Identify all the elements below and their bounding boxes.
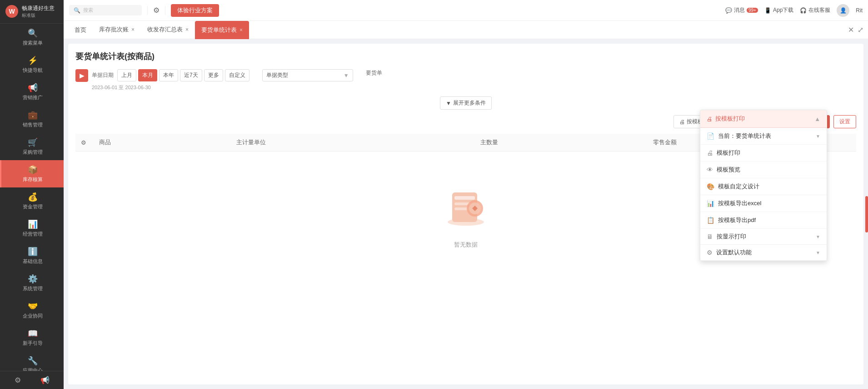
type-filter-group: 单据类型 ▼	[262, 69, 353, 81]
speaker-icon[interactable]: 📢	[40, 376, 50, 384]
table-col-unit: 主计量单位	[231, 134, 475, 152]
tab-order-stats-close[interactable]: ×	[239, 27, 243, 33]
filter-expand-btn[interactable]: ▶	[75, 69, 88, 82]
type-filter-chevron: ▼	[344, 72, 349, 79]
date-btn-current-month[interactable]: 本月	[138, 69, 157, 81]
sidebar-item-search[interactable]: 🔍 搜索菜单	[0, 24, 64, 51]
messages-item[interactable]: 💬 消息 99+	[725, 6, 758, 14]
tab-receipt-summary-label: 收发存汇总表	[147, 25, 183, 34]
date-btn-prev-month[interactable]: 上月	[117, 69, 136, 81]
sidebar-item-basicinfo[interactable]: ℹ️ 基础信息	[0, 242, 64, 269]
type-filter-select[interactable]: 单据类型 ▼	[262, 69, 353, 81]
date-btn-7days[interactable]: 近7天	[180, 69, 202, 81]
date-btn-custom[interactable]: 自定义	[225, 69, 249, 81]
sidebar: W 畅康通好生意 标准版 🔍 搜索菜单 ⚡ 快捷导航 📢 营销推广 💼 销售管理…	[0, 0, 64, 389]
appdownload-item[interactable]: 📱 App下载	[764, 6, 793, 14]
print-icon: 🖨	[679, 119, 685, 125]
dropdown-item-pdf[interactable]: 📋 按模板导出pdf	[700, 212, 827, 229]
tabbar: 首页 库存批次账 × 收发存汇总表 × 要货单统计表 × ✕ ⤢	[64, 21, 868, 39]
date-btn-current-year[interactable]: 本年	[159, 69, 178, 81]
dropdown-print-icon: 🖨	[707, 116, 713, 122]
sidebar-item-inventory[interactable]: 📦 库存核算	[0, 160, 64, 187]
tab-inventory-batch-close[interactable]: ×	[131, 26, 135, 33]
operation-icon: 📊	[28, 219, 38, 229]
dropdown-current-inner: 📄 当前：要货单统计表	[707, 132, 771, 140]
date-btn-more[interactable]: 更多	[204, 69, 223, 81]
template-pdf-icon: 📋	[707, 217, 714, 224]
tab-receipt-summary-close[interactable]: ×	[185, 26, 189, 33]
finance-icon: 💰	[28, 192, 38, 202]
trial-btn[interactable]: 体验行业方案	[171, 4, 219, 17]
sidebar-item-operation[interactable]: 📊 经营管理	[0, 215, 64, 242]
default-func-icon: ⚙	[707, 249, 713, 256]
page-content: 要货单统计表(按商品) ▶ 单据日期 上月 本月 本年 近7天 更多 自定义 2…	[64, 39, 868, 389]
topbar-divider2	[165, 6, 165, 15]
topbar-divider	[147, 6, 148, 15]
dropdown-item-excel[interactable]: 📊 按模板导出excel	[700, 195, 827, 212]
phone-icon: 📱	[764, 7, 771, 14]
sidebar-item-system[interactable]: ⚙️ 系统管理	[0, 269, 64, 297]
display-print-label: 按显示打印	[717, 232, 746, 241]
dropdown-current-template[interactable]: 📄 当前：要货单统计表 ▼	[700, 128, 827, 145]
dropdown-close-icon[interactable]: ▲	[814, 116, 820, 122]
sidebar-logo: W 畅康通好生意 标准版	[0, 0, 64, 24]
tab-order-stats-label: 要货单统计表	[201, 26, 237, 34]
tabbar-close-btn[interactable]: ✕	[848, 25, 854, 34]
date-filter-group: 单据日期 上月 本月 本年 近7天 更多 自定义 2023-06-01 至 20…	[92, 69, 249, 91]
sidebar-item-label-finance: 资金管理	[23, 203, 43, 210]
dropdown-item-print[interactable]: 🖨 模板打印	[700, 145, 827, 162]
logo-icon: W	[5, 5, 18, 18]
sidebar-item-label-system: 系统管理	[23, 285, 43, 292]
sidebar-item-finance[interactable]: 💰 资金管理	[0, 187, 64, 215]
tab-order-stats[interactable]: 要货单统计表 ×	[195, 21, 249, 39]
sidebar-item-label-appcenter: 应用中心	[23, 367, 43, 371]
sidebar-item-sales[interactable]: 💼 销售管理	[0, 106, 64, 133]
user-avatar[interactable]: 👤	[837, 4, 849, 17]
topbar: 🔍 搜索 ⚙ 体验行业方案 💬 消息 99+ 📱 App下载 🎧 在线客服 👤	[64, 0, 868, 21]
dropdown-header: 🖨 按模板打印 ▲	[700, 110, 827, 128]
settings-icon[interactable]: ⚙	[15, 376, 21, 384]
dropdown-section-default-func[interactable]: ⚙ 设置默认功能 ▼	[700, 245, 827, 261]
system-icon: ⚙️	[28, 274, 38, 284]
tabbar-expand-btn[interactable]: ⤢	[858, 25, 863, 34]
sidebar-bottom: ⚙ 📢	[0, 371, 64, 389]
dropdown-title: 按模板打印	[715, 115, 745, 123]
dropdown-menu: 🖨 按模板打印 ▲ 📄 当前：要货单统计表 ▼ 🖨 模板打印	[700, 110, 827, 261]
dropdown-section-display-print[interactable]: 🖥 按显示打印 ▼	[700, 229, 827, 245]
sidebar-item-label-marketing: 营销推广	[23, 94, 43, 101]
sidebar-item-appcenter[interactable]: 🔧 应用中心	[0, 351, 64, 371]
topbar-search-icon: 🔍	[74, 7, 80, 14]
sidebar-item-newuser[interactable]: 📖 新手引导	[0, 324, 64, 351]
inventory-icon: 📦	[28, 165, 38, 175]
tab-home-label: 首页	[75, 26, 86, 34]
tab-receipt-summary[interactable]: 收发存汇总表 ×	[141, 21, 195, 39]
dropdown-item-preview[interactable]: 👁 模板预览	[700, 162, 827, 178]
search-icon: 🔍	[28, 28, 38, 38]
onlineservice-item[interactable]: 🎧 在线客服	[800, 6, 830, 14]
sidebar-item-marketing[interactable]: 📢 营销推广	[0, 78, 64, 106]
appcenter-icon: 🔧	[28, 356, 38, 366]
onlineservice-label: 在线客服	[808, 6, 830, 14]
app-version: 标准版	[22, 12, 55, 19]
tab-inventory-batch[interactable]: 库存批次账 ×	[93, 21, 141, 39]
template-excel-icon: 📊	[707, 200, 714, 207]
sidebar-item-enterprise[interactable]: 🤝 企业协同	[0, 297, 64, 324]
sidebar-item-label-quicknav: 快捷导航	[23, 67, 43, 74]
tab-home[interactable]: 首页	[68, 21, 93, 39]
topbar-gear-icon[interactable]: ⚙	[153, 6, 160, 15]
date-filter-row: 单据日期 上月 本月 本年 近7天 更多 自定义	[92, 69, 249, 81]
table-col-setting[interactable]: ⚙	[75, 134, 94, 152]
setting-btn[interactable]: 设置	[833, 115, 856, 128]
dropdown-item-preview-label: 模板预览	[717, 166, 740, 174]
sidebar-item-purchase[interactable]: 🛒 采购管理	[0, 133, 64, 160]
topbar-search[interactable]: 🔍 搜索	[69, 5, 142, 15]
tabbar-right: ✕ ⤢	[848, 25, 863, 34]
sidebar-item-quick-nav[interactable]: ⚡ 快捷导航	[0, 51, 64, 78]
sidebar-item-label-sales: 销售管理	[23, 121, 43, 128]
dropdown-item-design[interactable]: 🎨 模板自定义设计	[700, 178, 827, 195]
newuser-icon: 📖	[28, 328, 38, 338]
svg-rect-2	[454, 196, 475, 200]
expand-more-btn[interactable]: ▼ 展开更多条件	[440, 96, 492, 110]
topbar-search-text: 搜索	[83, 7, 93, 14]
page-title: 要货单统计表(按商品)	[75, 51, 856, 62]
